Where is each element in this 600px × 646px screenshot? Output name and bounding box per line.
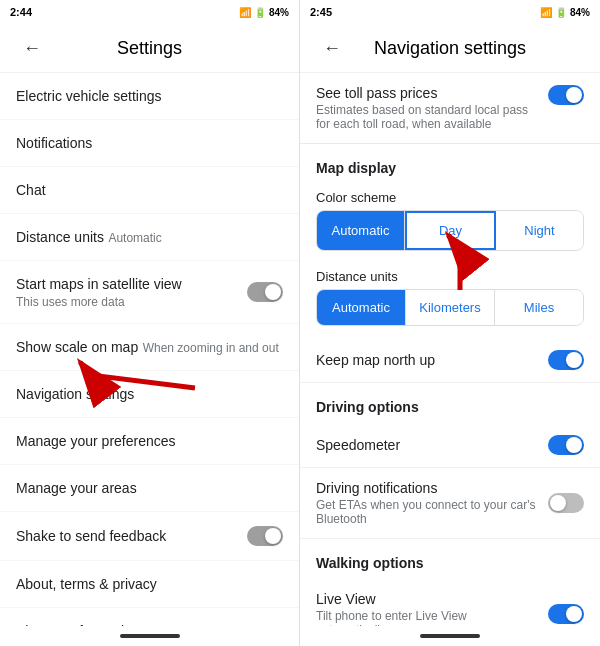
left-bottom-bar [120, 634, 180, 638]
status-bar-left: 2:44 📶 🔋 84% [0, 0, 299, 24]
color-scheme-day[interactable]: Day [405, 211, 496, 250]
distance-units-right-label: Distance units [316, 269, 398, 284]
right-panel: 2:45 📶 🔋 84% ← Navigation settings See t… [300, 0, 600, 646]
electric-vehicle-title: Electric vehicle settings [16, 88, 162, 104]
battery-left: 84% [269, 7, 289, 18]
right-page-title: Navigation settings [348, 38, 584, 59]
settings-item-navigation-settings[interactable]: Navigation settings [0, 371, 299, 418]
satellite-view-sub: This uses more data [16, 295, 182, 309]
satellite-view-title: Start maps in satellite view [16, 276, 182, 292]
settings-item-terms-privacy[interactable]: About, terms & privacy [0, 561, 299, 608]
settings-item-distance-units[interactable]: Distance units Automatic [0, 214, 299, 261]
speedometer-title: Speedometer [316, 437, 400, 453]
keep-north-item: Keep map north up [300, 338, 600, 383]
settings-item-electric-vehicle[interactable]: Electric vehicle settings [0, 73, 299, 120]
shake-feedback-title: Shake to send feedback [16, 528, 166, 544]
notifications-title: Notifications [16, 135, 92, 151]
driving-notifications-toggle[interactable] [548, 493, 584, 513]
settings-list: Electric vehicle settings Notifications … [0, 73, 299, 626]
keep-north-title: Keep map north up [316, 352, 435, 368]
toll-pass-title: See toll pass prices [316, 85, 540, 101]
right-bottom-bar [420, 634, 480, 638]
satellite-view-toggle[interactable] [247, 282, 283, 302]
settings-item-shake-feedback[interactable]: Shake to send feedback [0, 512, 299, 561]
settings-item-notifications[interactable]: Notifications [0, 120, 299, 167]
status-bar-right: 2:45 📶 🔋 84% [300, 0, 600, 24]
left-back-button[interactable]: ← [16, 32, 48, 64]
settings-item-manage-preferences[interactable]: Manage your preferences [0, 418, 299, 465]
toll-pass-toggle[interactable] [548, 85, 584, 105]
live-view-desc: Tilt phone to enter Live View automatica… [316, 609, 540, 626]
back-icon-left: ← [23, 38, 41, 59]
driving-notifications-title: Driving notifications [316, 480, 540, 496]
back-icon-right: ← [323, 38, 341, 59]
left-page-title: Settings [48, 38, 283, 59]
driving-notifications-item: Driving notifications Get ETAs when you … [300, 468, 600, 539]
left-panel: 2:44 📶 🔋 84% ← Settings Electric vehicle… [0, 0, 300, 646]
scale-map-title: Show scale on map [16, 339, 138, 355]
right-top-bar: ← Navigation settings [300, 24, 600, 73]
distance-units-title: Distance units [16, 229, 104, 245]
settings-item-sign-out[interactable]: Sign out of Google Maps [0, 608, 299, 626]
navigation-settings-title: Navigation settings [16, 386, 134, 402]
map-display-header: Map display [300, 144, 600, 184]
manage-areas-title: Manage your areas [16, 480, 137, 496]
driving-options-header: Driving options [300, 383, 600, 423]
live-view-title: Live View [316, 591, 540, 607]
time-left: 2:44 [10, 6, 32, 18]
settings-item-chat[interactable]: Chat [0, 167, 299, 214]
toll-pass-desc: Estimates based on standard local pass f… [316, 103, 540, 131]
toll-pass-section: See toll pass prices Estimates based on … [300, 73, 600, 144]
settings-item-manage-areas[interactable]: Manage your areas [0, 465, 299, 512]
right-back-button[interactable]: ← [316, 32, 348, 64]
distance-automatic[interactable]: Automatic [317, 290, 406, 325]
color-scheme-label-wrap: Color scheme [300, 184, 600, 210]
color-scheme-label: Color scheme [316, 190, 396, 205]
settings-item-scale-map[interactable]: Show scale on map When zooming in and ou… [0, 324, 299, 371]
distance-units-label-wrap: Distance units [300, 263, 600, 289]
icons-right: 📶 🔋 [540, 7, 567, 18]
distance-miles[interactable]: Miles [495, 290, 583, 325]
distance-units-options: Automatic Kilometers Miles [316, 289, 584, 326]
live-view-toggle[interactable] [548, 604, 584, 624]
time-right: 2:45 [310, 6, 332, 18]
speedometer-item: Speedometer [300, 423, 600, 468]
color-scheme-options: Automatic Day Night [316, 210, 584, 251]
driving-notifications-desc: Get ETAs when you connect to your car's … [316, 498, 540, 526]
battery-right: 84% [570, 7, 590, 18]
scale-map-sub: When zooming in and out [143, 341, 279, 355]
live-view-item: Live View Tilt phone to enter Live View … [300, 579, 600, 626]
icons-left: 📶 🔋 [239, 7, 266, 18]
keep-north-toggle[interactable] [548, 350, 584, 370]
settings-item-satellite-view[interactable]: Start maps in satellite view This uses m… [0, 261, 299, 324]
manage-preferences-title: Manage your preferences [16, 433, 176, 449]
shake-feedback-toggle[interactable] [247, 526, 283, 546]
distance-units-sub: Automatic [108, 231, 161, 245]
left-top-bar: ← Settings [0, 24, 299, 73]
sign-out-title: Sign out of Google Maps [16, 623, 170, 626]
speedometer-toggle[interactable] [548, 435, 584, 455]
terms-privacy-title: About, terms & privacy [16, 576, 157, 592]
right-content: See toll pass prices Estimates based on … [300, 73, 600, 626]
color-scheme-automatic[interactable]: Automatic [317, 211, 405, 250]
color-scheme-night[interactable]: Night [496, 211, 583, 250]
chat-title: Chat [16, 182, 46, 198]
distance-kilometers[interactable]: Kilometers [406, 290, 495, 325]
walking-options-header: Walking options [300, 539, 600, 579]
